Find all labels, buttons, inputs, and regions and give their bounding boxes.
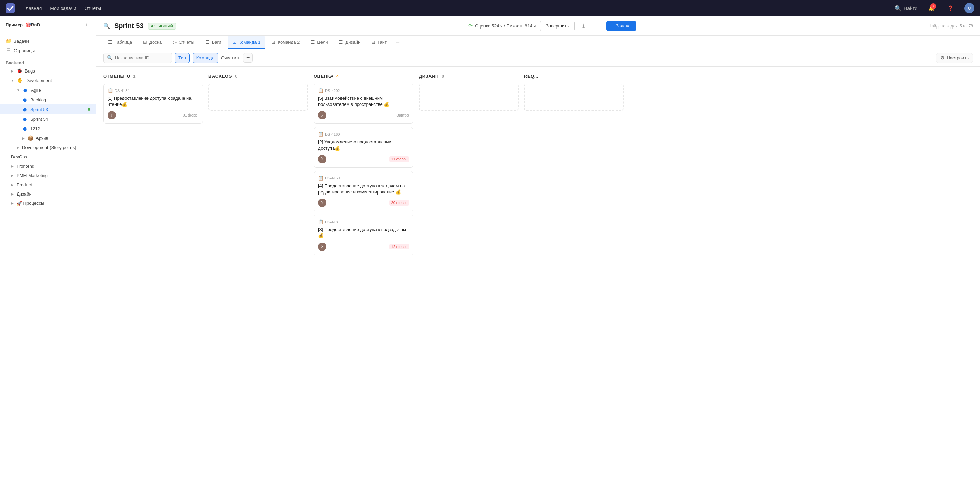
sprint-complete-button[interactable]: Завершить [540, 21, 574, 31]
card-ds4134-date: 01 февр. [183, 113, 199, 117]
more-options-button[interactable]: ··· [72, 21, 80, 29]
help-button[interactable]: ❓ [945, 3, 956, 14]
card-ds4160-title: [2] Уведомление о предоставлении доступа… [318, 139, 409, 151]
nav-home[interactable]: Главная [23, 5, 41, 11]
sprint-info-button[interactable]: ℹ [579, 21, 589, 31]
chevron-right-icon-pmm: ▶ [11, 173, 14, 177]
sidebar-item-pmm[interactable]: ▶ PMM Marketing [0, 171, 96, 180]
add-item-button[interactable]: + [82, 21, 91, 29]
tab-goals[interactable]: ☰ Цели [306, 36, 332, 49]
add-task-button[interactable]: + Задача [606, 21, 636, 31]
sidebar-item-sprint54[interactable]: ⬤ Sprint 54 [0, 114, 96, 124]
column-estimation-count: 4 [336, 73, 339, 79]
sidebar-processes-label: 🚀 Процессы [16, 201, 91, 206]
search-input[interactable] [115, 55, 163, 60]
add-tab-button[interactable]: + [393, 37, 402, 47]
sidebar-item-pages[interactable]: ☰ Страницы [0, 46, 96, 55]
active-indicator [88, 108, 91, 111]
card-ds4181[interactable]: 📋 DS-4181 [3] Предоставление доступа к п… [313, 215, 413, 255]
column-cancelled-header: ОТМЕНЕНО 1 [103, 72, 203, 80]
global-search[interactable]: 🔍 Найти [895, 5, 917, 12]
card-ds4134[interactable]: 📋 DS-4134 [1] Предоставление доступа к з… [103, 84, 203, 124]
sidebar-design-label: Дизайн [16, 191, 91, 197]
tab-table[interactable]: ☰ Таблица [103, 36, 137, 49]
column-cancelled-title: ОТМЕНЕНО [103, 73, 130, 79]
tab-board[interactable]: ⊞ Доска [138, 36, 166, 49]
agile-icon: ⬤ [23, 87, 28, 93]
card-ds4159-date: 20 февр. [389, 200, 409, 205]
column-backlog-header: BACKLOG 0 [208, 72, 308, 80]
sidebar-item-backlog[interactable]: ⬤ Backlog [0, 95, 96, 105]
sidebar-item-tasks[interactable]: 📁 Задачи [0, 36, 96, 46]
sidebar-item-1212[interactable]: ⬤ 1212 [0, 124, 96, 133]
tab-reports[interactable]: ◎ Отчеты [168, 36, 199, 49]
card-ds4159[interactable]: 📋 DS-4159 [4] Предоставление доступа к з… [313, 171, 413, 211]
tab-bugs[interactable]: ☰ Баги [200, 36, 226, 49]
tab-board-label: Доска [149, 40, 162, 44]
filter-settings-button[interactable]: ⚙ Настроить [936, 53, 973, 63]
app-logo[interactable] [5, 3, 15, 13]
sidebar-item-development[interactable]: ▼ ✋ Development [0, 76, 96, 85]
sidebar-item-devops[interactable]: DevOps [0, 152, 96, 162]
sidebar-tasks-label: Задачи [14, 38, 91, 44]
sidebar-backlog-label: Backlog [30, 97, 91, 102]
search-label: Найти [904, 5, 917, 11]
chevron-down-icon: ▼ [11, 79, 14, 83]
column-estimation: ОЦЕНКА 4 📋 DS-4202 [5] Взаимодействие с … [313, 72, 413, 255]
nav-my-tasks[interactable]: Мои задачи [50, 5, 76, 11]
card-ds4160[interactable]: 📋 DS-4160 [2] Уведомление о предоставлен… [313, 127, 413, 167]
tab-team2[interactable]: ⊡ Команда 2 [266, 36, 304, 49]
sidebar-item-dev-story[interactable]: ▶ Development (Story points) [0, 143, 96, 152]
sidebar-item-agile[interactable]: ▼ ⬤ Agile [0, 85, 96, 95]
column-cancelled-count: 1 [133, 73, 135, 79]
table-icon: ☰ [108, 39, 113, 44]
user-avatar[interactable]: U [964, 3, 975, 13]
card-ds4134-id: DS-4134 [115, 89, 129, 93]
tab-team1-label: Команда 1 [239, 40, 261, 44]
sidebar-item-product[interactable]: ▶ Product [0, 180, 96, 189]
sprint-more-button[interactable]: ··· [592, 21, 602, 31]
chevron-right-icon-frontend: ▶ [11, 164, 14, 168]
filter-settings-label: Настроить [947, 55, 969, 60]
card-ds4202-date: Завтра [396, 113, 409, 117]
chevron-right-icon: ▶ [11, 69, 14, 73]
sidebar-item-frontend[interactable]: ▶ Frontend [0, 162, 96, 171]
filter-search-box[interactable]: 🔍 [103, 52, 172, 63]
tab-bugs-label: Баги [212, 40, 221, 44]
card-ds4159-title: [4] Предоставление доступа к задачам на … [318, 183, 409, 195]
tab-design[interactable]: ☰ Дизайн [334, 36, 365, 49]
column-design-header: ДИЗАЙН 0 [419, 72, 519, 80]
sidebar-item-processes[interactable]: ▶ 🚀 Процессы [0, 199, 96, 208]
tab-team1[interactable]: ⊡ Команда 1 [228, 36, 266, 49]
project-header[interactable]: Пример -🎯RnD ··· + [0, 16, 96, 33]
sidebar-item-bugs[interactable]: ▶ 🐞 Bugs [0, 66, 96, 76]
chevron-right-icon-product: ▶ [11, 183, 14, 187]
card-ds4160-id-row: 📋 DS-4160 [318, 132, 409, 137]
nav-reports[interactable]: Отчеты [84, 5, 101, 11]
sidebar-product-label: Product [16, 182, 91, 187]
filter-search-icon: 🔍 [107, 55, 113, 60]
card-ds4134-footer: У 01 февр. [108, 111, 199, 119]
tab-gantt[interactable]: ⊟ Гант [367, 36, 391, 49]
sidebar-dev-story-label: Development (Story points) [22, 145, 91, 150]
estimate-icon: ⟳ [468, 23, 473, 29]
tab-table-label: Таблица [115, 40, 132, 44]
card-ds4159-id-row: 📋 DS-4159 [318, 176, 409, 181]
notifications-button[interactable]: 🔔 7 [926, 3, 937, 14]
filter-team-button[interactable]: Команда [192, 53, 218, 63]
sidebar-item-archive[interactable]: ▶ 📦 Архив [0, 133, 96, 143]
found-tasks-label: Найдено задач: 5 из 78 [928, 24, 973, 29]
chevron-right-icon-processes: ▶ [11, 201, 14, 205]
filter-type-button[interactable]: Тип [175, 53, 190, 63]
card-ds4202[interactable]: 📋 DS-4202 [5] Взаимодействие с внешним п… [313, 84, 413, 124]
team2-icon: ⊡ [271, 39, 275, 44]
design-tab-icon: ☰ [339, 39, 343, 44]
column-estimation-title: ОЦЕНКА [313, 73, 334, 79]
filter-add-button[interactable]: + [243, 53, 253, 62]
sidebar-item-design-group[interactable]: ▶ Дизайн [0, 189, 96, 199]
sidebar-item-sprint53[interactable]: ⬤ Sprint 53 [0, 105, 96, 114]
column-design: ДИЗАЙН 0 [419, 72, 519, 111]
column-review-empty [524, 84, 624, 111]
sidebar-1212-label: 1212 [30, 126, 91, 131]
filter-clear-button[interactable]: Очистить [221, 55, 241, 60]
